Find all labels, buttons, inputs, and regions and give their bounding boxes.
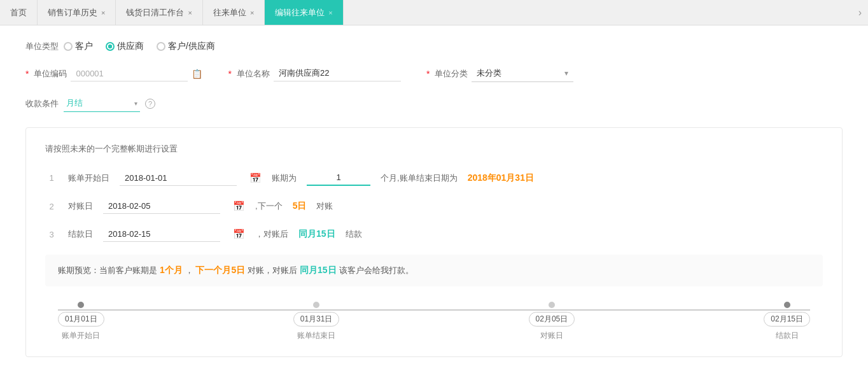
tab-home-label: 首页 [10, 7, 27, 18]
tab-sales-order-close[interactable]: × [101, 9, 105, 17]
row1-end-date: 2018年01月31日 [468, 172, 534, 184]
category-arrow-icon: ▾ [564, 69, 568, 78]
row1-date-input[interactable] [120, 171, 237, 186]
unit-type-row: 单位类型 客户 供应商 客户/供应商 [25, 41, 843, 52]
radio-both[interactable]: 客户/供应商 [157, 41, 215, 52]
tabs-arrow[interactable]: › [852, 0, 868, 25]
timeline-label-2: 对账日 [540, 330, 563, 341]
radio-customer-circle [64, 42, 73, 51]
preview-part1: 1个月 [160, 265, 183, 275]
preview-box: 账期预览：当前客户账期是 1个月 ， 下一个月5日 对账，对账后 同月15日 该… [45, 255, 823, 286]
row3-suffix-mid: 同月15日 [298, 229, 335, 240]
row2-date-input[interactable] [103, 199, 220, 214]
row3-suffix-before: ，对账后 [255, 229, 288, 240]
tabs-bar: 首页 销售订单历史 × 钱货日清工作台 × 往来单位 × 编辑往来单位 × › [0, 0, 868, 25]
tab-sales-order-label: 销售订单历史 [48, 7, 97, 18]
preview-prefix: 账期预览：当前客户账期是 [58, 265, 157, 275]
unit-category-select[interactable]: 未分类 ▾ [472, 65, 573, 82]
payment-arrow-icon: ▾ [132, 100, 140, 107]
radio-both-label: 客户/供应商 [168, 41, 215, 52]
unit-code-input[interactable] [71, 66, 188, 81]
settings-box: 请按照未来的一个完整帐期进行设置 1 账单开始日 📅 账期为 个月,账单结束日期… [25, 127, 843, 357]
unit-type-label: 单位类型 [25, 41, 59, 52]
row2-suffix-mid: 5日 [293, 201, 307, 212]
help-icon[interactable]: ? [145, 99, 155, 109]
tab-cash-work-close[interactable]: × [188, 9, 192, 17]
radio-supplier[interactable]: 供应商 [106, 41, 144, 52]
tab-edit-partner-close[interactable]: × [328, 9, 332, 17]
tab-partner-label: 往来单位 [213, 7, 246, 18]
settings-title: 请按照未来的一个完整帐期进行设置 [45, 143, 823, 155]
radio-both-circle [157, 42, 165, 51]
payment-value: 月结 [64, 97, 132, 109]
timeline-label-1: 账单结束日 [297, 330, 335, 341]
radio-customer[interactable]: 客户 [64, 41, 93, 52]
row2-label: 对账日 [68, 201, 93, 212]
unit-type-radio-group: 客户 供应商 客户/供应商 [64, 41, 215, 52]
tab-sales-order[interactable]: 销售订单历史 × [38, 0, 116, 25]
settings-row-2: 2 对账日 📅 ,下一个 5日 对账 [45, 199, 823, 214]
timeline-dot-2 [549, 302, 555, 308]
settings-row-3: 3 结款日 📅 ，对账后 同月15日 结款 [45, 227, 823, 242]
unit-name-label: 单位名称 [237, 68, 270, 80]
copy-icon[interactable]: 📋 [192, 69, 202, 79]
tab-cash-work-label: 钱货日清工作台 [126, 7, 184, 18]
payment-label: 收款条件 [25, 98, 59, 109]
category-required: * [426, 69, 430, 79]
row2-suffix-after: 对账 [316, 201, 333, 212]
timeline-date-1: 01月31日 [293, 312, 340, 327]
timeline-date-2: 02月05日 [529, 312, 575, 327]
code-name-category-row: * 单位编码 📋 * 单位名称 * 单位分类 未分类 ▾ [25, 65, 843, 82]
timeline-point-3: 02月15日 结款日 [764, 302, 810, 341]
unit-category-label: 单位分类 [435, 68, 468, 80]
timeline-date-0: 01月01日 [58, 312, 104, 327]
timeline-label-0: 账单开始日 [62, 330, 100, 341]
tab-edit-partner[interactable]: 编辑往来单位 × [265, 0, 343, 25]
timeline-wrap: 01月01日 账单开始日 01月31日 账单结束日 02月05日 对账日 [45, 302, 823, 341]
name-required: * [228, 69, 231, 79]
row3-calendar-icon[interactable]: 📅 [233, 229, 245, 240]
unit-name-input[interactable] [274, 66, 401, 81]
row-num-3: 3 [45, 230, 58, 239]
row1-calendar-icon[interactable]: 📅 [249, 172, 262, 184]
row1-suffix: 账期为 [272, 172, 297, 184]
main-content: 单位类型 客户 供应商 客户/供应商 * 单位编码 📋 * [0, 25, 868, 387]
row1-period-unit: 个月,账单结束日期为 [381, 172, 458, 184]
tab-home[interactable]: 首页 [0, 0, 38, 25]
row3-suffix-after: 结款 [346, 229, 362, 240]
radio-customer-label: 客户 [75, 41, 93, 52]
timeline-point-0: 01月01日 账单开始日 [58, 302, 104, 341]
payment-row: 收款条件 月结 ▾ ? [25, 95, 843, 112]
tab-edit-partner-label: 编辑往来单位 [275, 7, 325, 18]
preview-part2: 下一个月5日 [195, 265, 245, 275]
row2-calendar-icon[interactable]: 📅 [233, 201, 245, 212]
timeline-dots: 01月01日 账单开始日 01月31日 账单结束日 02月05日 对账日 [58, 302, 810, 341]
timeline-point-2: 02月05日 对账日 [529, 302, 575, 341]
preview-part3: 同月15日 [300, 265, 337, 275]
radio-supplier-circle [106, 42, 115, 51]
row-num-1: 1 [45, 173, 58, 183]
unit-category-value: 未分类 [477, 67, 564, 79]
timeline-point-1: 01月31日 账单结束日 [293, 302, 340, 341]
tab-partner-close[interactable]: × [250, 9, 254, 17]
tab-partner[interactable]: 往来单位 × [203, 0, 265, 25]
row1-label: 账单开始日 [68, 172, 109, 184]
timeline-label-3: 结款日 [776, 330, 799, 341]
timeline-date-3: 02月15日 [764, 312, 810, 327]
preview-suffix: 该客户会给我打款。 [339, 265, 414, 275]
timeline-dot-0 [78, 302, 84, 308]
payment-select[interactable]: 月结 ▾ [64, 95, 140, 112]
row3-label: 结款日 [68, 229, 93, 240]
radio-supplier-label: 供应商 [117, 41, 144, 52]
row3-date-input[interactable] [103, 227, 220, 242]
timeline-dot-1 [313, 302, 319, 308]
settings-row-1: 1 账单开始日 📅 账期为 个月,账单结束日期为 2018年01月31日 [45, 170, 823, 186]
tab-cash-work[interactable]: 钱货日清工作台 × [116, 0, 202, 25]
row2-suffix-before: ,下一个 [255, 201, 283, 212]
row1-period-input[interactable] [307, 170, 370, 186]
code-required: * [25, 69, 29, 79]
timeline-dot-3 [784, 302, 790, 308]
preview-sep2: 对账，对账后 [248, 265, 297, 275]
preview-sep1: ， [185, 265, 193, 275]
unit-code-label: 单位编码 [34, 68, 67, 80]
